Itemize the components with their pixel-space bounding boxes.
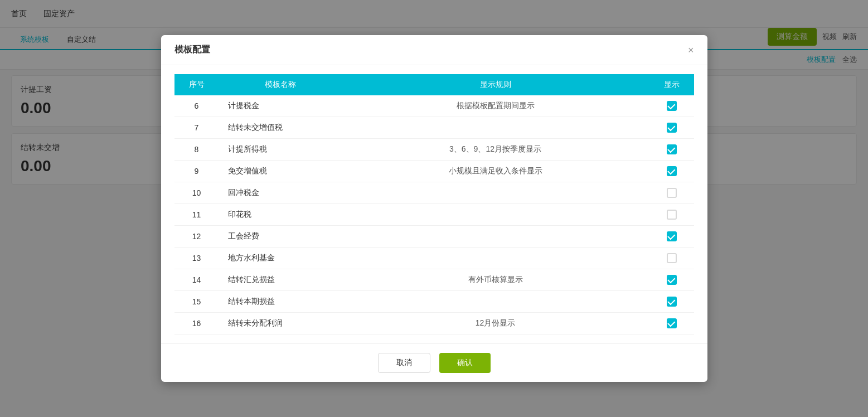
cell-checkbox[interactable] bbox=[649, 226, 694, 248]
cell-checkbox[interactable] bbox=[649, 291, 694, 313]
cell-checkbox[interactable] bbox=[649, 269, 694, 291]
cell-rule bbox=[342, 226, 649, 248]
cell-id: 11 bbox=[174, 204, 219, 226]
cancel-button[interactable]: 取消 bbox=[378, 353, 430, 373]
cell-name: 结转未交增值税 bbox=[219, 117, 342, 139]
cell-checkbox[interactable] bbox=[649, 139, 694, 161]
cell-name: 免交增值税 bbox=[219, 161, 342, 182]
cell-id: 12 bbox=[174, 226, 219, 248]
col-header-name: 模板名称 bbox=[219, 74, 342, 95]
checkbox-checked[interactable] bbox=[667, 297, 677, 307]
cell-id: 8 bbox=[174, 139, 219, 161]
checkbox-checked[interactable] bbox=[667, 101, 677, 111]
cell-id: 9 bbox=[174, 161, 219, 182]
cell-name: 工会经费 bbox=[219, 226, 342, 248]
cell-rule: 根据模板配置期间显示 bbox=[342, 95, 649, 117]
cell-name: 结转本期损益 bbox=[219, 291, 342, 313]
cell-rule: 3、6、9、12月按季度显示 bbox=[342, 139, 649, 161]
checkbox-unchecked[interactable] bbox=[667, 188, 677, 198]
table-row: 12工会经费 bbox=[174, 226, 694, 248]
cell-name: 计提所得税 bbox=[219, 139, 342, 161]
cell-rule bbox=[342, 204, 649, 226]
cell-checkbox[interactable] bbox=[649, 248, 694, 269]
cell-name: 结转未分配利润 bbox=[219, 313, 342, 334]
cell-id: 16 bbox=[174, 313, 219, 334]
cell-name: 印花税 bbox=[219, 204, 342, 226]
checkbox-checked[interactable] bbox=[667, 231, 677, 241]
cell-checkbox[interactable] bbox=[649, 313, 694, 334]
cell-rule bbox=[342, 248, 649, 269]
template-config-modal: 模板配置 × 序号 模板名称 显示规则 显示 6计提税金根据模板配置期间显示7结… bbox=[161, 35, 707, 382]
table-row: 15结转本期损益 bbox=[174, 291, 694, 313]
col-header-display: 显示 bbox=[649, 74, 694, 95]
table-row: 7结转未交增值税 bbox=[174, 117, 694, 139]
modal-close-button[interactable]: × bbox=[688, 45, 694, 55]
table-wrapper[interactable]: 序号 模板名称 显示规则 显示 6计提税金根据模板配置期间显示7结转未交增值税8… bbox=[174, 74, 694, 334]
cell-rule bbox=[342, 182, 649, 204]
confirm-button[interactable]: 确认 bbox=[439, 353, 491, 373]
cell-checkbox[interactable] bbox=[649, 161, 694, 182]
cell-rule: 12月份显示 bbox=[342, 313, 649, 334]
modal-overlay: 模板配置 × 序号 模板名称 显示规则 显示 6计提税金根据模板配置期间显示7结… bbox=[0, 0, 868, 417]
table-row: 14结转汇兑损益有外币核算显示 bbox=[174, 269, 694, 291]
cell-rule bbox=[342, 117, 649, 139]
cell-id: 15 bbox=[174, 291, 219, 313]
cell-id: 6 bbox=[174, 95, 219, 117]
cell-name: 结转汇兑损益 bbox=[219, 269, 342, 291]
cell-name: 计提税金 bbox=[219, 95, 342, 117]
table-body: 6计提税金根据模板配置期间显示7结转未交增值税8计提所得税3、6、9、12月按季… bbox=[174, 95, 694, 334]
checkbox-unchecked[interactable] bbox=[667, 253, 677, 263]
cell-name: 回冲税金 bbox=[219, 182, 342, 204]
table-row: 16结转未分配利润12月份显示 bbox=[174, 313, 694, 334]
cell-rule bbox=[342, 291, 649, 313]
cell-rule: 小规模且满足收入条件显示 bbox=[342, 161, 649, 182]
cell-id: 13 bbox=[174, 248, 219, 269]
checkbox-checked[interactable] bbox=[667, 144, 677, 154]
table-row: 13地方水利基金 bbox=[174, 248, 694, 269]
checkbox-checked[interactable] bbox=[667, 123, 677, 133]
modal-footer: 取消 确认 bbox=[161, 343, 707, 382]
modal-title: 模板配置 bbox=[174, 44, 210, 56]
modal-header: 模板配置 × bbox=[161, 35, 707, 65]
cell-checkbox[interactable] bbox=[649, 95, 694, 117]
cell-name: 地方水利基金 bbox=[219, 248, 342, 269]
cell-checkbox[interactable] bbox=[649, 182, 694, 204]
checkbox-checked[interactable] bbox=[667, 275, 677, 285]
config-table: 序号 模板名称 显示规则 显示 6计提税金根据模板配置期间显示7结转未交增值税8… bbox=[174, 74, 694, 334]
table-row: 6计提税金根据模板配置期间显示 bbox=[174, 95, 694, 117]
cell-checkbox[interactable] bbox=[649, 117, 694, 139]
checkbox-unchecked[interactable] bbox=[667, 210, 677, 220]
table-row: 10回冲税金 bbox=[174, 182, 694, 204]
table-row: 9免交增值税小规模且满足收入条件显示 bbox=[174, 161, 694, 182]
cell-id: 14 bbox=[174, 269, 219, 291]
cell-rule: 有外币核算显示 bbox=[342, 269, 649, 291]
table-row: 11印花税 bbox=[174, 204, 694, 226]
cell-checkbox[interactable] bbox=[649, 204, 694, 226]
cell-id: 7 bbox=[174, 117, 219, 139]
checkbox-checked[interactable] bbox=[667, 318, 677, 328]
col-header-id: 序号 bbox=[174, 74, 219, 95]
modal-body: 序号 模板名称 显示规则 显示 6计提税金根据模板配置期间显示7结转未交增值税8… bbox=[161, 65, 707, 343]
table-row: 8计提所得税3、6、9、12月按季度显示 bbox=[174, 139, 694, 161]
table-header: 序号 模板名称 显示规则 显示 bbox=[174, 74, 694, 95]
checkbox-checked[interactable] bbox=[667, 166, 677, 176]
col-header-rule: 显示规则 bbox=[342, 74, 649, 95]
cell-id: 10 bbox=[174, 182, 219, 204]
